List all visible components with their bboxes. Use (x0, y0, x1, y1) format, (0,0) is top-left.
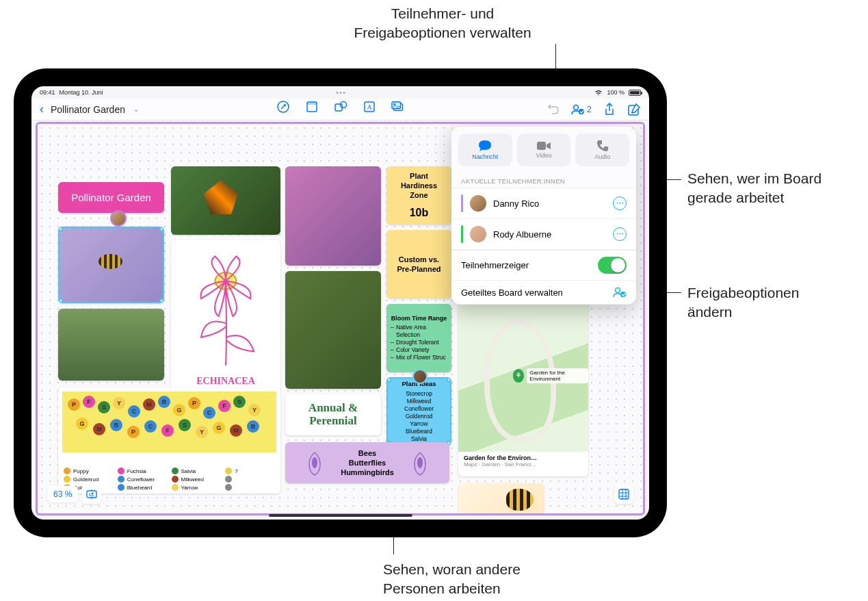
map-card[interactable]: ⚘ Garden for the Environment Garden for … (458, 302, 588, 476)
svg-point-15 (417, 457, 423, 468)
photo-bee-selected[interactable] (58, 227, 164, 303)
avatar (470, 226, 486, 242)
collab-count: 2 (587, 104, 592, 114)
legend-item: Yarrow (172, 484, 222, 491)
note-bloom[interactable]: Bloom Time Range Native Area SelectionDr… (386, 304, 451, 372)
more-icon[interactable]: ⋯ (613, 196, 627, 210)
svg-rect-3 (335, 104, 342, 111)
note-custom[interactable]: Custom vs. Pre-Planned (386, 230, 451, 298)
avatar (470, 195, 486, 212)
legend-item: Fuchsia (118, 468, 168, 474)
bees-card[interactable]: Bees Butterflies Hummingbirds (285, 442, 449, 483)
photo-butterfly[interactable] (171, 166, 280, 235)
sketch-echinacea[interactable]: ECHINACEA (171, 240, 280, 391)
battery-pct: 100 % (607, 89, 624, 96)
grid-button[interactable] (614, 485, 633, 504)
svg-point-10 (573, 105, 578, 110)
svg-point-14 (312, 457, 317, 468)
legend-item: Bluebeard (118, 484, 168, 491)
battery-icon (629, 90, 641, 96)
collaborate-icon (613, 287, 627, 298)
popover-message-button[interactable]: Nachricht (458, 133, 512, 166)
photo-bee-closeup[interactable] (458, 483, 544, 515)
toggle-on[interactable] (598, 257, 627, 274)
participant-cursors-toggle-row[interactable]: Teilnehmerzeiger (451, 250, 636, 280)
participant-name: Rody Albuerne (493, 229, 551, 240)
svg-point-4 (340, 102, 346, 108)
annotation-participants: Sehen, wer im Board gerade arbeitet (687, 169, 821, 208)
legend-item: Poppy (64, 468, 114, 474)
freeform-canvas[interactable]: Pollinator Garden EC (36, 122, 645, 515)
zoom-percent[interactable]: 63 % (47, 486, 78, 502)
title-chevron-icon[interactable]: ⌄ (133, 105, 139, 113)
svg-point-20 (616, 288, 620, 293)
legend-card[interactable]: PFSYCMBGPCFSYGMBPCFSYGMB PoppyFuchsiaSal… (58, 387, 280, 494)
map-footer: Garden for the Environ… Maps · Garden · … (458, 452, 588, 476)
note-plant-ideas[interactable]: Plant Ideas StonecropMilkweedConeflowerG… (386, 377, 451, 446)
status-date: Montag 10. Juni (60, 89, 103, 96)
pen-tool-icon[interactable] (276, 100, 290, 114)
video-icon (536, 141, 551, 151)
photo-groundcover[interactable] (58, 309, 164, 381)
annual-perennial-card[interactable]: Annual & Perennial (285, 394, 381, 435)
shape-tool-icon[interactable] (334, 100, 347, 114)
photo-garden-bed[interactable] (285, 271, 381, 389)
message-icon (478, 140, 492, 152)
popover-video-button[interactable]: Video (517, 133, 571, 166)
participant-row[interactable]: Rody Albuerne ⋯ (451, 218, 636, 250)
navigator-button[interactable] (82, 485, 101, 504)
map-pin-icon: ⚘ (513, 369, 525, 383)
wifi-icon (594, 90, 603, 96)
popover-section-header: AKTUELLE TEILNEHMER:INNEN (451, 173, 636, 188)
participant-row[interactable]: Danny Rico ⋯ (451, 188, 636, 218)
ipad-frame: 09:41 Montag 10. Juni 100 % ‹ Pollinator… (14, 68, 667, 537)
new-board-icon[interactable] (627, 103, 641, 116)
map-pin-label: Garden for the Environment (527, 368, 588, 383)
svg-rect-2 (307, 102, 317, 105)
legend-item: Coneflower (118, 476, 168, 483)
toolbar: ‹ Pollinator Garden ⌄ A 2 (31, 99, 649, 120)
annotation-cursor: Sehen, woran andere Personen arbeiten (383, 560, 521, 599)
text-tool-icon[interactable]: A (363, 100, 376, 114)
legend-item: Milkweed (172, 476, 222, 483)
popover-audio-button[interactable]: Audio (575, 133, 629, 166)
board-title-card[interactable]: Pollinator Garden (58, 182, 164, 213)
screen: 09:41 Montag 10. Juni 100 % ‹ Pollinator… (31, 86, 649, 520)
legend-item (225, 484, 275, 491)
svg-text:A: A (367, 103, 372, 111)
svg-point-17 (92, 493, 94, 495)
status-bar: 09:41 Montag 10. Juni 100 % (31, 86, 649, 99)
participant-cursor-avatar-2 (412, 369, 428, 384)
legend-item: ? (225, 468, 275, 474)
participant-cursor-avatar (110, 210, 127, 227)
annotation-top: Teilnehmer- und Freigabeoptionen verwalt… (316, 4, 569, 43)
manage-shared-board-row[interactable]: Geteiltes Board verwalten (451, 280, 636, 305)
undo-icon[interactable] (547, 103, 560, 116)
phone-icon (596, 140, 609, 152)
svg-rect-8 (391, 102, 400, 109)
legend-item (225, 476, 275, 483)
board-title[interactable]: Pollinator Garden (51, 104, 125, 115)
multitask-dots[interactable] (336, 92, 345, 94)
share-icon[interactable] (603, 103, 616, 116)
annotation-share-options: Freigabeoptionen ändern (687, 283, 799, 322)
status-time: 09:41 (40, 89, 55, 96)
more-icon[interactable]: ⋯ (613, 227, 627, 241)
back-button[interactable]: ‹ (40, 102, 44, 116)
participant-name: Danny Rico (493, 199, 539, 209)
sticky-tool-icon[interactable] (305, 100, 319, 114)
media-tool-icon[interactable] (391, 100, 405, 114)
legend-item: Salvia (172, 468, 222, 474)
svg-rect-18 (619, 489, 629, 499)
collaboration-popover: Nachricht Video Audio (451, 127, 636, 305)
home-indicator[interactable] (269, 514, 412, 517)
sketch-label: ECHINACEA (171, 376, 280, 387)
collaborate-button[interactable]: 2 (571, 104, 592, 115)
toolbar-center: A (276, 100, 405, 114)
photo-cosmos[interactable] (285, 166, 381, 266)
legend-item: Goldenrod (64, 476, 114, 483)
note-hardiness[interactable]: Plant Hardiness Zone 10b (386, 166, 451, 225)
bees-text: Bees Butterflies Hummingbirds (341, 448, 394, 478)
svg-rect-19 (537, 142, 546, 150)
